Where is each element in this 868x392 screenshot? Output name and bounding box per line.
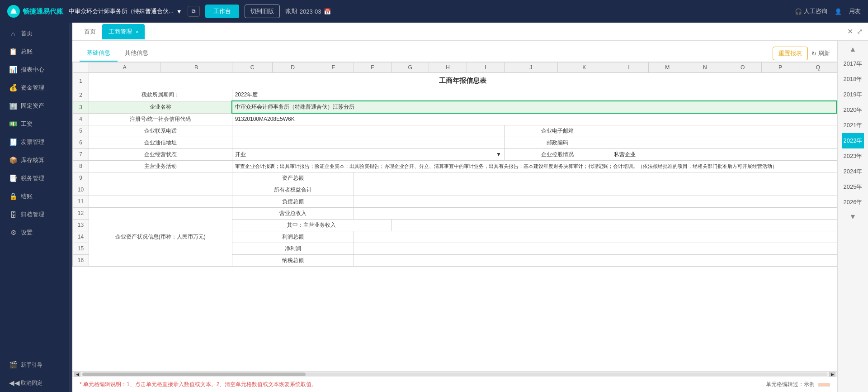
main-revenue-value-cell[interactable]: [392, 219, 837, 231]
revenue-label-cell: 营业总收入: [232, 207, 354, 219]
profit-label-cell: 利润总额: [232, 231, 354, 243]
row-num-16: 16: [73, 254, 89, 266]
copy-icon: ⧉: [192, 8, 196, 14]
company-copy-btn[interactable]: ⧉: [188, 6, 200, 17]
period-info: 账期 2023-03 📅: [285, 7, 331, 15]
period-value-cell[interactable]: 2022年度: [232, 89, 837, 101]
email-value-cell[interactable]: [611, 125, 837, 137]
year-panel: ▲ 2017年2018年2019年2020年2021年2022年2023年202…: [837, 41, 868, 392]
postal-value-cell[interactable]: [611, 137, 837, 148]
row-num-5: 5: [73, 125, 89, 137]
col-h: H: [429, 62, 467, 73]
table-row: 6 企业通信地址 邮政编码: [73, 137, 837, 148]
company-name-cell[interactable]: 中审众环会计师事务所（特殊普通合伙）江苏分所: [232, 101, 837, 113]
consult-btn[interactable]: 🎧 人工咨询: [795, 7, 827, 15]
sub-tab-basic[interactable]: 基础信息: [80, 45, 118, 62]
example-cell: [818, 383, 830, 387]
reg-value-cell[interactable]: 91320100MA208E5W6K: [232, 113, 837, 125]
net-profit-value-cell[interactable]: [354, 243, 837, 254]
guide-label: 新手引导: [21, 361, 42, 369]
sidebar-item-ledger[interactable]: 📋 总账: [0, 43, 72, 61]
title-cell[interactable]: 工商年报信息表: [89, 73, 837, 89]
tab-close-icon[interactable]: ×: [136, 29, 138, 34]
row-num-3: 3: [73, 101, 89, 113]
company-selector[interactable]: 中审众环会计师事务所（特殊普通合伙... ▼: [69, 7, 182, 15]
sidebar-item-unpin[interactable]: ◀◀ 取消固定: [0, 374, 72, 392]
status-value-cell[interactable]: 开业 ▼: [232, 148, 504, 160]
sidebar-item-inventory[interactable]: 📦 库存核算: [0, 151, 72, 169]
business-value-cell[interactable]: 审查企业会计报表；出具审计报告；验证企业资本；出具验资报告；办理企业合开、分立、…: [232, 160, 837, 172]
sidebar-item-archive[interactable]: 🗄 归档管理: [0, 206, 72, 224]
sidebar-item-reports[interactable]: 📊 报表中心: [0, 61, 72, 79]
calendar-icon[interactable]: 📅: [324, 8, 331, 15]
col-l: L: [611, 62, 648, 73]
app-header: 畅捷通易代账 中审众环会计师事务所（特殊普通合伙... ▼ ⧉ 工作台 切到旧版…: [0, 0, 868, 23]
horizontal-scrollbar[interactable]: ◀ ▶: [72, 371, 837, 377]
row-num-15: 15: [73, 243, 89, 254]
year-list: 2017年2018年2019年2020年2021年2022年2023年2024年…: [842, 56, 864, 210]
control-value-cell[interactable]: 私营企业: [611, 148, 837, 160]
workbench-button[interactable]: 工作台: [205, 5, 239, 18]
phone-value-cell[interactable]: [232, 125, 504, 137]
profit-value-cell[interactable]: [354, 231, 837, 243]
year-item-2023年[interactable]: 2023年: [842, 148, 864, 164]
tab-close-window[interactable]: ✕: [847, 27, 853, 36]
reg-label-cell: 注册号/统一社会信用代码: [89, 113, 232, 125]
scroll-track: [82, 373, 827, 376]
tab-home[interactable]: 首页: [78, 24, 102, 39]
table-row: 5 企业联系电话 企业电子邮箱: [73, 125, 837, 137]
sidebar-icon-wages: 💵: [9, 120, 17, 128]
refresh-button[interactable]: ↻ 刷新: [811, 49, 830, 57]
assets-value-cell[interactable]: [354, 172, 837, 184]
scroll-right-btn[interactable]: ▶: [829, 372, 835, 377]
bottom-bar: * 单元格编辑说明：1、点击单元格直接录入数值或文本。2、清空单元格数值或文本恢…: [72, 377, 837, 392]
debt-value-cell[interactable]: [354, 196, 837, 207]
scroll-left-btn[interactable]: ◀: [74, 372, 80, 377]
year-item-2020年[interactable]: 2020年: [842, 102, 864, 118]
year-item-2025年[interactable]: 2025年: [842, 179, 864, 195]
col-n: N: [686, 62, 724, 73]
sidebar-label-archive: 归档管理: [21, 210, 44, 219]
reset-report-button[interactable]: 重置报表: [773, 47, 808, 60]
year-item-2018年[interactable]: 2018年: [842, 72, 864, 87]
tab-expand[interactable]: ⤢: [857, 27, 863, 36]
r10-a: [89, 184, 232, 196]
year-item-2022年[interactable]: 2022年: [842, 133, 864, 148]
year-nav-up[interactable]: ▲: [838, 43, 868, 56]
old-version-button[interactable]: 切到旧版: [245, 5, 280, 18]
year-item-2019年[interactable]: 2019年: [842, 87, 864, 102]
address-value-cell[interactable]: [232, 137, 504, 148]
spreadsheet-area[interactable]: A B C D E F G H I J K L: [72, 62, 837, 371]
table-row: 4 注册号/统一社会信用代码 91320100MA208E5W6K: [73, 113, 837, 125]
tab-label: 工商管理: [108, 28, 132, 36]
year-item-2021年[interactable]: 2021年: [842, 118, 864, 133]
content-inner: 基础信息 其他信息 重置报表 ↻ 刷新: [72, 41, 837, 392]
sidebar-label-closing: 结账: [21, 192, 33, 201]
sidebar-item-home[interactable]: ⌂ 首页: [0, 24, 72, 43]
scroll-thumb[interactable]: [82, 373, 306, 376]
year-nav-down[interactable]: ▼: [838, 210, 868, 224]
equity-value-cell[interactable]: [354, 184, 837, 196]
sidebar-item-funds[interactable]: 💰 资金管理: [0, 79, 72, 97]
sidebar-item-closing[interactable]: 🔒 结账: [0, 187, 72, 206]
sidebar-item-wages[interactable]: 💵 工资: [0, 115, 72, 133]
dropdown-icon[interactable]: ▼: [496, 151, 501, 158]
tab-active[interactable]: 工商管理 ×: [102, 24, 145, 39]
sidebar-item-assets[interactable]: 🏢 固定资产: [0, 97, 72, 115]
tax-value-cell[interactable]: [354, 254, 837, 266]
revenue-value-cell[interactable]: [354, 207, 837, 219]
col-e: E: [313, 62, 354, 73]
row-num-6: 6: [73, 137, 89, 148]
sidebar-item-settings[interactable]: ⚙ 设置: [0, 224, 72, 242]
table-row: 3 企业名称 中审众环会计师事务所（特殊普通合伙）江苏分所: [73, 101, 837, 113]
sidebar-label-inventory: 库存核算: [21, 156, 44, 164]
period-label: 账期: [285, 7, 297, 15]
year-item-2017年[interactable]: 2017年: [842, 56, 864, 72]
sub-tab-other[interactable]: 其他信息: [118, 45, 156, 62]
year-item-2026年[interactable]: 2026年: [842, 195, 864, 210]
year-item-2024年[interactable]: 2024年: [842, 164, 864, 179]
sidebar-item-guide[interactable]: 🎬 新手引导: [0, 356, 72, 374]
sidebar-item-invoices[interactable]: 🧾 发票管理: [0, 133, 72, 151]
sidebar-icon-assets: 🏢: [9, 102, 17, 110]
sidebar-item-tax[interactable]: 📑 税务管理: [0, 169, 72, 187]
